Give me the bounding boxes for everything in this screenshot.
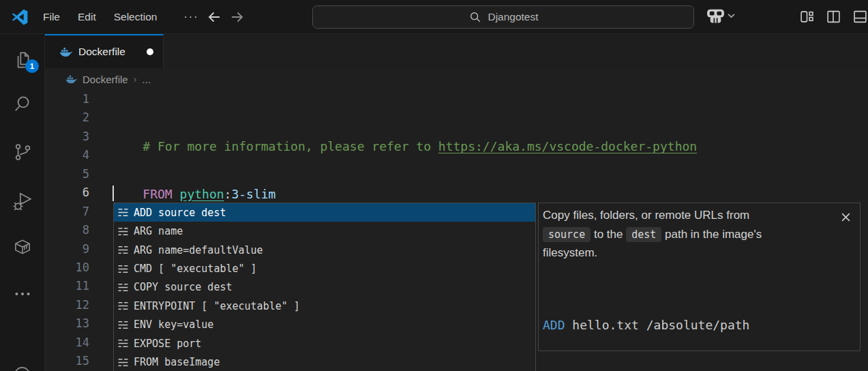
menu-bar: File Edit Selection ··· [34,0,208,34]
doc-description-line3: filesystem. [543,243,853,263]
title-bar: File Edit Selection ··· Djangotest [0,0,868,34]
snippet-icon [117,299,130,312]
line-number[interactable]: 10 [45,258,90,277]
more-views-icon[interactable] [12,283,33,305]
image-link[interactable]: python [180,187,224,201]
punct: : [224,187,232,201]
go-forward-icon[interactable] [228,8,247,27]
line-number[interactable]: 4 [45,146,90,164]
suggest-item-expose[interactable]: EXPOSE port [114,334,535,353]
docker-view-icon[interactable] [12,236,33,258]
doc-description-line2: source to the dest path in the image's [543,225,853,244]
inline-code-dest: dest [626,227,661,242]
activity-bar: 1 [0,34,45,371]
tab-bar: Dockerfile [45,34,868,68]
run-debug-icon[interactable] [12,190,33,212]
line-number[interactable]: 1 [45,90,90,108]
go-back-icon[interactable] [205,8,224,27]
customize-layout-icon[interactable] [799,9,814,24]
snippet-icon [117,206,130,219]
suggest-widget: ADD source dest ARG name ARG name=defaul… [113,203,536,371]
close-icon[interactable] [839,211,852,223]
snippet-icon [117,337,130,350]
line-number[interactable]: 9 [45,240,90,258]
doc-text: path in the image's [661,228,762,241]
suggest-item-entrypoint[interactable]: ENTRYPOINT [ "executable" ] [114,297,535,315]
line-number[interactable]: 14 [45,333,90,352]
line-number[interactable]: 8 [45,221,90,239]
line-number[interactable]: 2 [45,108,90,127]
comment-text: # For more information, please refer to [143,139,438,153]
account-icon[interactable] [13,366,31,371]
suggest-item-env[interactable]: ENV key=value [114,316,535,334]
chevron-down-icon [728,13,735,18]
copilot-icon [706,8,725,24]
line-number[interactable]: 5 [45,165,90,183]
doc-text: to the [590,228,626,241]
keyword-from: FROM [143,187,179,201]
breadcrumb-more[interactable]: ... [142,74,151,85]
tab-dirty-indicator[interactable] [147,48,153,55]
line-number[interactable]: 11 [45,277,90,295]
tab-dockerfile[interactable]: Dockerfile [45,34,164,68]
vscode-logo-icon [11,8,29,26]
split-editor-icon[interactable] [826,9,841,24]
suggest-label: ARG name=defaultValue [134,244,263,256]
layout-controls [799,9,867,24]
doc-code-examples: ADD hello.txt /absolute/path ADD hello.t… [543,278,853,371]
snippet-icon [117,225,130,238]
suggest-label: FROM baseImage [134,356,220,368]
line-number[interactable]: 12 [45,296,90,314]
comment-link[interactable]: https://aka.ms/vscode-docker-python [438,139,697,153]
inline-code-source: source [543,227,590,242]
suggest-label: ENTRYPOINT [ "executable" ] [134,300,300,312]
doc-example-line: ADD hello.txt /absolute/path [543,316,853,335]
snippet-icon [117,356,130,369]
suggest-label: ENV key=value [134,318,213,331]
suggest-label: EXPOSE port [134,338,201,350]
suggest-item-arg[interactable]: ARG name [114,222,535,240]
breadcrumb-file[interactable]: Dockerfile [83,74,128,85]
menu-selection[interactable]: Selection [105,8,166,27]
breadcrumb-separator: › [134,74,137,85]
code-line-2[interactable]: FROM python:3-slim [113,166,697,184]
suggest-details-panel: Copy files, folders, or remote URLs from… [538,203,860,351]
toggle-panel-icon[interactable] [852,9,867,24]
line-number[interactable]: 13 [45,314,90,333]
copilot-menu-button[interactable] [706,8,735,24]
command-center-search[interactable]: Djangotest [312,5,694,29]
menu-edit[interactable]: Edit [69,8,105,27]
code-line-1[interactable]: # For more information, please refer to … [113,119,697,137]
tab-label: Dockerfile [78,46,125,58]
editor-gutter: 1 2 3 4 5 6 7 8 9 10 11 12 13 14 15 [45,90,90,371]
example-keyword: ADD [543,318,565,332]
line-number-active[interactable]: 6 [45,183,90,202]
suggest-item-cmd[interactable]: CMD [ "executable" ] [114,259,535,278]
suggest-label: COPY source dest [134,281,233,293]
snippet-icon [117,243,130,256]
docker-whale-icon [59,46,72,57]
line-number[interactable]: 3 [45,128,90,146]
snippet-icon [117,318,130,331]
docker-whale-icon [65,74,77,84]
search-view-icon[interactable] [12,93,33,115]
explorer-badge: 1 [25,59,39,73]
suggest-item-copy[interactable]: COPY source dest [114,278,535,297]
menu-overflow-icon[interactable]: ··· [174,8,208,27]
suggest-item-add[interactable]: ADD source dest [114,203,535,222]
snippet-icon [117,281,130,294]
text-cursor [113,186,114,201]
line-number[interactable]: 7 [45,203,90,221]
doc-description-line1: Copy files, folders, or remote URLs from [543,206,853,225]
suggest-item-from[interactable]: FROM baseImage [114,353,535,371]
line-number[interactable]: 15 [45,352,90,370]
image-tag: 3-slim [231,187,275,201]
breadcrumb: Dockerfile › ... [45,68,868,90]
suggest-item-arg-default[interactable]: ARG name=defaultValue [114,241,535,259]
example-args: hello.txt /absolute/path [565,318,750,332]
source-control-icon[interactable] [12,141,33,163]
suggest-label: ADD source dest [134,207,226,219]
suggest-label: CMD [ "executable" ] [134,263,257,275]
menu-file[interactable]: File [34,8,69,27]
snippet-icon [117,263,130,276]
